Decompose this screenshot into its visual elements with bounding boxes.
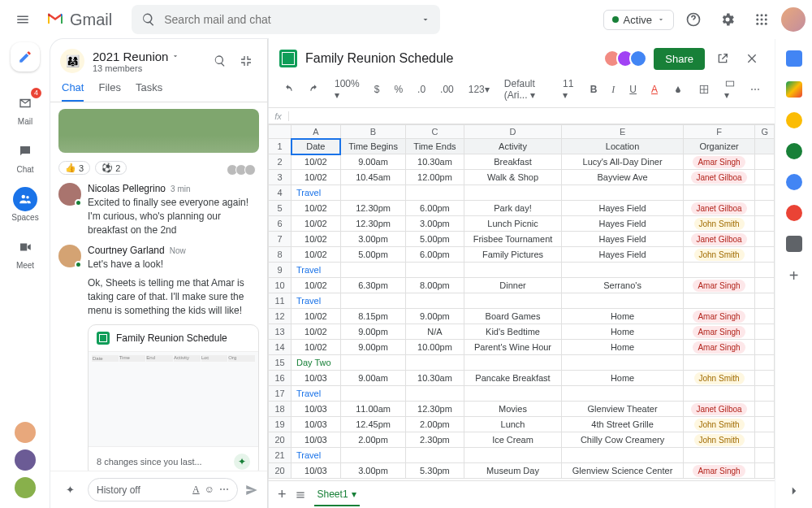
row-header[interactable]: 7 bbox=[269, 232, 292, 247]
row-header[interactable]: 13 bbox=[269, 324, 292, 340]
percent-button[interactable]: % bbox=[391, 82, 406, 97]
contacts-icon[interactable] bbox=[786, 205, 802, 221]
maps-icon[interactable] bbox=[786, 236, 802, 252]
more-icon[interactable]: ⋯ bbox=[219, 484, 229, 496]
col-header[interactable]: F bbox=[683, 125, 755, 139]
formula-bar[interactable]: fx bbox=[268, 108, 775, 124]
fill-color-button[interactable] bbox=[669, 82, 687, 97]
apps-button[interactable] bbox=[747, 5, 776, 34]
calendar-icon[interactable] bbox=[786, 50, 802, 67]
col-header[interactable]: A bbox=[292, 125, 341, 139]
help-button[interactable] bbox=[679, 5, 708, 34]
collaborator-avatars[interactable] bbox=[608, 50, 647, 67]
settings-button[interactable] bbox=[713, 5, 742, 34]
room-search-button[interactable] bbox=[209, 50, 231, 72]
col-header[interactable]: C bbox=[406, 125, 464, 139]
row-header[interactable]: 20 bbox=[269, 463, 292, 479]
row-header[interactable]: 19 bbox=[269, 417, 292, 432]
message-avatar[interactable] bbox=[58, 245, 81, 267]
sheet-title[interactable]: Family Reunion Schedule bbox=[305, 51, 453, 66]
add-attachment-button[interactable]: ✦ bbox=[58, 479, 81, 501]
tab-tasks[interactable]: Tasks bbox=[136, 81, 162, 102]
emoji-icon[interactable]: ☺ bbox=[205, 484, 214, 496]
sheet-tab[interactable]: Sheet1 ▾ bbox=[314, 484, 360, 506]
redo-button[interactable] bbox=[305, 82, 323, 97]
add-app-button[interactable]: + bbox=[789, 267, 799, 285]
more-toolbar-button[interactable]: ⋯ bbox=[747, 82, 763, 97]
merge-button[interactable]: ▾ bbox=[721, 76, 739, 102]
row-header[interactable]: 8 bbox=[269, 247, 292, 263]
col-header[interactable]: E bbox=[562, 125, 683, 139]
room-title[interactable]: 2021 Reunion bbox=[93, 50, 168, 63]
row-header[interactable]: 15 bbox=[269, 355, 292, 371]
row-header[interactable]: 4 bbox=[269, 185, 292, 201]
contact-avatar[interactable] bbox=[15, 449, 36, 471]
row-header[interactable]: 17 bbox=[269, 386, 292, 402]
undo-button[interactable] bbox=[279, 82, 297, 97]
share-button[interactable]: Share bbox=[654, 48, 705, 70]
search-input[interactable] bbox=[164, 13, 412, 26]
italic-button[interactable]: I bbox=[608, 82, 618, 98]
search-dropdown-icon[interactable] bbox=[421, 15, 430, 24]
main-menu-button[interactable] bbox=[6, 3, 39, 36]
chat-input[interactable]: History off A ☺ ⋯ bbox=[88, 478, 238, 501]
format-menu[interactable]: 123▾ bbox=[465, 82, 493, 97]
close-button[interactable] bbox=[741, 47, 763, 70]
phone-icon[interactable] bbox=[786, 143, 802, 159]
row-header[interactable]: 14 bbox=[269, 340, 292, 355]
row-header[interactable]: 9 bbox=[269, 263, 292, 278]
currency-button[interactable]: $ bbox=[371, 82, 383, 97]
keep-icon[interactable] bbox=[786, 112, 802, 128]
row-header[interactable]: 11 bbox=[269, 293, 292, 309]
nav-meet[interactable]: Meet bbox=[4, 235, 46, 270]
compose-button[interactable] bbox=[11, 42, 40, 72]
row-header[interactable]: 6 bbox=[269, 216, 292, 232]
col-header[interactable]: B bbox=[340, 125, 406, 139]
row-header[interactable]: 18 bbox=[269, 402, 292, 417]
status-chip[interactable]: Active bbox=[603, 10, 674, 30]
row-header[interactable]: 12 bbox=[269, 309, 292, 324]
add-sheet-button[interactable]: + bbox=[278, 486, 287, 503]
chevron-down-icon[interactable] bbox=[171, 52, 179, 60]
collapse-button[interactable] bbox=[235, 50, 257, 72]
row-header[interactable]: 10 bbox=[269, 278, 292, 293]
message-avatar[interactable] bbox=[58, 183, 81, 206]
row-header[interactable]: 5 bbox=[269, 201, 292, 216]
send-button[interactable] bbox=[244, 483, 259, 497]
spreadsheet-grid[interactable]: ABCDEFG1DateTime BeginsTime EndsActivity… bbox=[268, 124, 775, 480]
borders-button[interactable] bbox=[695, 82, 713, 97]
font-size-select[interactable]: 11 ▾ bbox=[559, 76, 579, 102]
underline-button[interactable]: U bbox=[626, 82, 640, 97]
format-icon[interactable]: A bbox=[192, 484, 200, 496]
increase-decimal-button[interactable]: .00 bbox=[437, 82, 457, 97]
reaction-chip[interactable]: ⚽2 bbox=[95, 161, 127, 175]
tab-chat[interactable]: Chat bbox=[62, 81, 84, 102]
all-sheets-button[interactable] bbox=[295, 489, 306, 501]
col-header[interactable]: G bbox=[755, 125, 775, 139]
decrease-decimal-button[interactable]: .0 bbox=[414, 82, 429, 97]
search-bar[interactable] bbox=[132, 5, 440, 34]
shared-image[interactable] bbox=[58, 109, 259, 153]
nav-mail[interactable]: 4 Mail bbox=[4, 91, 46, 126]
font-select[interactable]: Default (Ari... ▾ bbox=[501, 76, 551, 102]
sparkle-icon[interactable]: ✦ bbox=[234, 454, 250, 470]
text-color-button[interactable]: A bbox=[648, 82, 661, 97]
zoom-select[interactable]: 100% ▾ bbox=[331, 76, 363, 102]
gmail-logo[interactable]: Gmail bbox=[45, 10, 112, 29]
contact-avatar[interactable] bbox=[15, 422, 36, 443]
nav-chat[interactable]: Chat bbox=[4, 139, 46, 174]
tasks-icon[interactable] bbox=[786, 174, 802, 190]
contact-avatar[interactable] bbox=[15, 477, 36, 498]
drive-icon[interactable] bbox=[786, 81, 802, 98]
tab-files[interactable]: Files bbox=[98, 81, 120, 102]
row-header[interactable]: 3 bbox=[269, 170, 292, 185]
row-header[interactable]: 16 bbox=[269, 371, 292, 386]
open-external-button[interactable] bbox=[711, 47, 734, 70]
sheet-attachment-card[interactable]: Family Reunion Schedule DateTimeEndActiv… bbox=[88, 324, 259, 471]
account-avatar[interactable] bbox=[781, 7, 806, 32]
collapse-panel-button[interactable] bbox=[787, 484, 801, 498]
row-header[interactable]: 1 bbox=[269, 139, 292, 154]
row-header[interactable]: 21 bbox=[269, 448, 292, 463]
bold-button[interactable]: B bbox=[587, 82, 601, 97]
row-header[interactable]: 2 bbox=[269, 154, 292, 170]
